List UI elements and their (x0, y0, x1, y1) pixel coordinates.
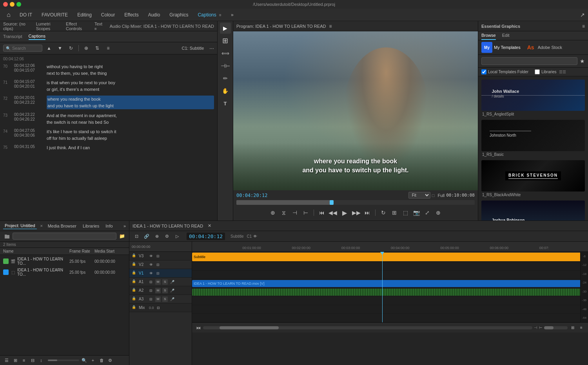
track-output-a2[interactable]: ⊟ (148, 288, 154, 293)
template-basic[interactable]: Johnston North 1_RS_Basic (481, 120, 585, 157)
timeline-scroll-thumb[interactable] (220, 326, 279, 329)
project-search-input[interactable] (13, 233, 116, 240)
maximize-button[interactable] (16, 2, 21, 7)
tool-hand[interactable]: ✋ (220, 85, 231, 96)
track-eye-v3[interactable]: 👁 (148, 253, 154, 259)
tool-text[interactable]: T (220, 98, 231, 109)
caption-item-70[interactable]: 70 00:04:12:06 00:04:15:07 without you h… (0, 62, 217, 78)
tool-pen[interactable]: ✏ (220, 73, 231, 84)
track-lock-mix[interactable]: 🔒 (132, 305, 137, 311)
mic-a3[interactable]: 🎤 (169, 296, 175, 302)
export-button[interactable]: ↗ (580, 12, 585, 18)
adobe-stock-label[interactable]: Adobe Stock (538, 45, 562, 50)
track-lock-v1[interactable]: 🔒 (132, 271, 137, 276)
list-view-button[interactable]: ☰ (3, 357, 10, 364)
step-back-button[interactable]: ◀◀ (328, 208, 338, 217)
libraries-checkbox[interactable]: Libraries ☰☰ (535, 69, 566, 74)
loop-button[interactable]: ↻ (379, 208, 388, 217)
tab-edit[interactable]: Edit (502, 33, 510, 40)
home-button[interactable]: ⌂ (3, 9, 14, 20)
play-button[interactable]: ▶ (339, 207, 350, 218)
tool-trim[interactable]: ⊣⊢ (220, 60, 231, 71)
mic-a1[interactable]: 🎤 (169, 279, 175, 285)
timeline-snap-button[interactable]: ⊡ (132, 232, 140, 240)
mute-a1[interactable]: M (155, 279, 161, 285)
delete-button[interactable]: 🗑 (98, 357, 105, 364)
timeline-ruler[interactable]: 00:01:00:00 00:02:00:00 00:03:00:00 00:0… (192, 242, 588, 252)
step-forward-button[interactable]: ▶▶ (352, 208, 361, 217)
subtitle-eye-icon[interactable]: 👁 (253, 234, 257, 239)
tab-project[interactable]: Project: Untitled (3, 222, 37, 229)
timeline-render-button[interactable]: ▷ (173, 232, 181, 240)
template-colorbox[interactable]: Joshua Robinson 1_RS_Colorbox (481, 201, 585, 220)
tab-browse[interactable]: Browse (481, 33, 496, 40)
icon-view-button[interactable]: ⊞ (12, 357, 19, 364)
v1-clip[interactable]: IDEA 1 - HOW TO LEARN TO READ.mov [V] (192, 280, 587, 287)
caption-add-button[interactable]: ⊕ (82, 44, 91, 52)
tab-info[interactable]: Info (104, 223, 114, 229)
track-lock-a2[interactable]: 🔒 (132, 288, 137, 293)
a1-clip[interactable] (192, 289, 587, 296)
mute-a3[interactable]: M (155, 296, 161, 302)
local-templates-checkbox[interactable]: Local Templates Folder (481, 69, 528, 74)
menu-favourite[interactable]: FAVOURITE (38, 11, 72, 19)
caption-search-box[interactable]: 🔍 (3, 45, 42, 52)
go-to-in-button[interactable]: ⏮ (317, 208, 327, 217)
tab-libraries[interactable]: Libraries (81, 223, 101, 229)
timeline-align-button[interactable]: ⊞ (569, 324, 576, 331)
timeline-close-button[interactable]: ✕ (208, 223, 211, 228)
menu-more[interactable]: » (227, 11, 238, 19)
adobe-stock-icon[interactable]: As (525, 42, 536, 53)
lumetri-tab[interactable]: Lumetri Scopes (36, 22, 60, 31)
timeline-zoom-slider[interactable] (544, 326, 568, 329)
menu-graphics[interactable]: Graphics (165, 11, 192, 19)
tab-transcript[interactable]: Transcript (3, 34, 22, 40)
program-menu-button[interactable]: ≡ (329, 23, 332, 29)
caption-down-button[interactable]: ▼ (56, 44, 64, 52)
fit-select[interactable]: Fit 100% 50% (408, 192, 430, 199)
timeline-add-marker[interactable]: ⊕ (153, 232, 161, 240)
caption-up-button[interactable]: ▲ (45, 44, 53, 52)
template-angled-split[interactable]: John Wallace / details 1_RS_AngledSplit (481, 80, 585, 117)
in-point-button[interactable]: ⊣ (290, 208, 299, 217)
track-lock-v2[interactable]: 🔒 (132, 262, 137, 267)
favorite-filter-button[interactable]: ★ (580, 58, 585, 64)
caption-align-button[interactable]: ⇅ (93, 44, 102, 52)
track-lock-a3[interactable]: 🔒 (132, 296, 137, 302)
safe-margins-button[interactable]: ⊞ (390, 208, 399, 217)
project-close-icon[interactable]: ✕ (40, 224, 43, 228)
timeline-settings-bottom[interactable]: ≡ (578, 324, 585, 331)
tool-select[interactable]: ▶ (220, 23, 231, 34)
track-lock-v3[interactable]: 🔒 (132, 253, 137, 259)
menu-do-it[interactable]: DO IT (16, 11, 36, 19)
solo-a1[interactable]: S (162, 279, 168, 285)
track-output-v1[interactable]: ⊟ (155, 271, 161, 276)
caption-search-input[interactable] (12, 46, 40, 51)
search-button[interactable]: 🔍 (81, 357, 88, 364)
mic-a2[interactable]: 🎤 (169, 288, 175, 293)
markers-button[interactable]: ⧖ (279, 208, 289, 217)
output-button[interactable]: ⬚ (401, 208, 410, 217)
add-to-timeline[interactable]: ⊕ (434, 208, 443, 217)
caption-item-74[interactable]: 74 00:04:27:05 00:04:30:06 it's like I h… (0, 127, 217, 143)
project-item-1[interactable]: 🎬 IDEA 1 - HOW TO LEARN TO... 25.00 fps … (0, 256, 129, 267)
essential-menu-button[interactable]: ≡ (582, 23, 585, 29)
menu-colour[interactable]: Colour (97, 11, 119, 19)
full-screen-button[interactable]: ⤢ (423, 208, 432, 217)
template-bw[interactable]: BRICK STEVENSON 1_RS_BlackAndWhite (481, 160, 585, 197)
solo-a3[interactable]: S (162, 296, 168, 302)
menu-captions[interactable]: Captions ≡ (194, 11, 225, 19)
timeline-clips-area[interactable]: Subtitle IDEA 1 - HOW TO LEARN TO READ.m… (192, 252, 588, 322)
timeline-start-button[interactable]: ⏮ (195, 325, 201, 331)
text-tab[interactable]: Text (94, 22, 103, 31)
track-eye-v2[interactable]: 👁 (148, 262, 154, 267)
caption-item-71[interactable]: 71 00:04:15:07 00:04:20:01 is that when … (0, 78, 217, 94)
scrubber-head[interactable] (330, 200, 334, 205)
source-tab[interactable]: Source: (no clips) (3, 22, 30, 31)
fullscreen-option[interactable]: Full (437, 193, 445, 198)
go-to-out-button[interactable]: ⏭ (363, 208, 372, 217)
audio-clip-mixer-tab[interactable]: Audio Clip Mixer: IDEA 1 - HOW TO LEARN … (110, 24, 214, 29)
timeline-link-button[interactable]: 🔗 (143, 232, 151, 240)
caption-item-72[interactable]: 72 00:04:20:01 00:04:23:22 where you rea… (0, 94, 217, 111)
menu-audio[interactable]: Audio (144, 11, 164, 19)
